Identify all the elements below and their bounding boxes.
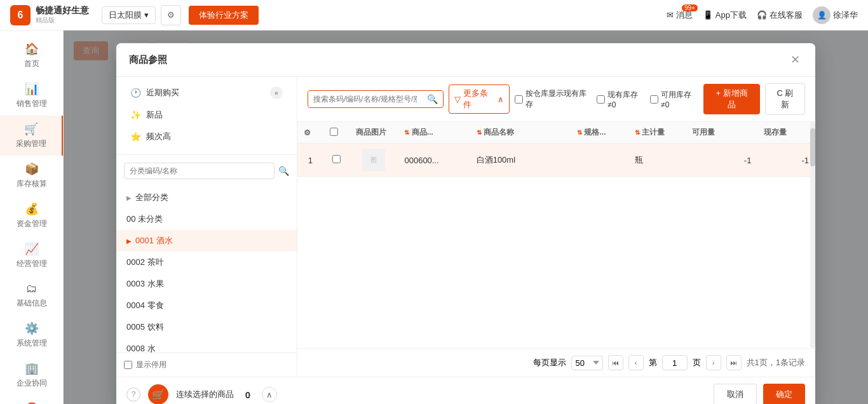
col-header-spec[interactable]: ⇅ 规格...	[571, 122, 628, 144]
home-icon: 🏠	[25, 42, 39, 56]
system-icon: ⚙️	[25, 321, 39, 335]
product-table-container: ⚙ 商品图片 ⇅ 商品...	[297, 122, 815, 348]
positive-stock-label[interactable]: 现有库存≠0	[597, 90, 645, 109]
sidebar-item-system[interactable]: ⚙️ 系统管理	[0, 315, 63, 355]
tab-frequent[interactable]: ⭐ 频次高	[124, 126, 289, 147]
row-unit: 瓶	[628, 144, 686, 177]
confirm-button[interactable]: 确定	[763, 384, 805, 404]
page-next-button[interactable]: ›	[706, 355, 721, 370]
sidebar-label-inventory: 库存核算	[17, 178, 47, 189]
col-header-stock: 现存量	[757, 122, 815, 144]
row-avail: -1	[686, 144, 757, 177]
select-all-checkbox[interactable]	[330, 128, 338, 136]
sidebar-label-system: 系统管理	[17, 338, 47, 349]
cat-0004[interactable]: 0004 零食	[116, 295, 297, 316]
tab-new-products[interactable]: ✨ 新品	[124, 105, 289, 125]
sort-icon-spec: ⇅	[577, 129, 582, 136]
sidebar-item-operations[interactable]: 📈 经营管理	[0, 236, 63, 276]
page-prev-button[interactable]: ‹	[628, 355, 644, 370]
positive-stock-checkbox[interactable]	[597, 95, 605, 104]
quick-tabs: 🕐 近期购买 « ✨ 新品 ⭐ 频次高	[116, 77, 297, 152]
product-search-button[interactable]: 🔍	[422, 91, 443, 107]
category-search-input[interactable]	[124, 163, 275, 179]
cat-0002[interactable]: 0002 茶叶	[116, 252, 297, 273]
page-last-button[interactable]: ⏭	[726, 355, 742, 370]
scrollbar-track[interactable]	[810, 122, 815, 348]
app-download-button[interactable]: 📱 App下载	[703, 10, 747, 21]
per-page-select[interactable]: 50 100 200	[571, 356, 603, 370]
app-label: App下载	[715, 10, 747, 21]
store-selector[interactable]: 日太阳膜 ▾	[102, 6, 156, 24]
star-icon: ⭐	[130, 131, 141, 142]
page-input[interactable]	[662, 355, 688, 370]
selected-count: 0	[241, 389, 254, 400]
warehouse-filter-label[interactable]: 按仓库显示现有库存	[515, 88, 592, 110]
warehouse-filter-checkbox[interactable]	[515, 95, 523, 104]
cart-button[interactable]: 🛒	[148, 384, 168, 404]
cat-0008[interactable]: 0008 水	[116, 338, 297, 353]
col-header-name[interactable]: ⇅ 商品名称	[470, 122, 571, 144]
row-checkbox[interactable]	[332, 155, 341, 163]
cat-0003-label: 0003 水果	[126, 278, 164, 290]
table-row[interactable]: 1 图 000600... 白酒100ml	[297, 144, 815, 177]
layout: 🏠 首页 📊 销售管理 🛒 采购管理 📦 库存核算 💰 资金管理 📈 经营管理 …	[0, 30, 868, 404]
top-nav: 6 畅捷通好生意 精品版 日太阳膜 ▾ ⚙ 体验行业方案 ✉ 消息 99+ 📱 …	[0, 0, 868, 30]
show-disabled-label[interactable]: 显示停用	[136, 360, 166, 370]
cat-all[interactable]: ▶ 全部分类	[116, 187, 297, 208]
cancel-button[interactable]: 取消	[714, 384, 757, 404]
product-table: ⚙ 商品图片 ⇅ 商品...	[297, 122, 815, 177]
col-header-avail: 可用量	[686, 122, 757, 144]
messages-button[interactable]: ✉ 消息 99+	[667, 10, 693, 21]
divider	[116, 154, 297, 155]
sidebar-item-guide[interactable]: 🎯 新手引导	[0, 395, 63, 404]
trial-button[interactable]: 体验行业方案	[189, 6, 259, 25]
add-product-button[interactable]: + 新增商品	[703, 84, 759, 114]
logo-sub: 精品版	[36, 16, 89, 25]
cat-0008-label: 0008 水	[126, 343, 156, 353]
scrollbar-thumb[interactable]	[810, 128, 815, 166]
avail-stock-text: 可用库存≠0	[661, 90, 698, 109]
settings-button[interactable]: ⚙	[161, 5, 181, 25]
sidebar-item-purchase[interactable]: 🛒 采购管理	[0, 116, 63, 156]
headset-icon: 🎧	[757, 10, 767, 20]
sidebar-item-home[interactable]: 🏠 首页	[0, 36, 63, 76]
sidebar-item-sales[interactable]: 📊 销售管理	[0, 76, 63, 116]
cat-0001[interactable]: ▶ 0001 酒水	[116, 230, 297, 252]
collapse-button[interactable]: «	[270, 86, 283, 99]
help-button[interactable]: ?	[126, 387, 140, 401]
more-filters-button[interactable]: ▽ 更多条件 ∧	[449, 84, 510, 114]
page-label: 第	[649, 357, 657, 368]
avail-stock-label[interactable]: 可用库存≠0	[650, 90, 698, 109]
sidebar-item-enterprise[interactable]: 🏢 企业协同	[0, 355, 63, 395]
col-header-code[interactable]: ⇅ 商品...	[398, 122, 470, 144]
row-no: 1	[297, 144, 323, 177]
sidebar-label-basic-info: 基础信息	[17, 298, 47, 309]
row-checkbox-cell	[323, 144, 349, 177]
user-menu[interactable]: 👤 徐泽华	[813, 6, 858, 24]
total-info: 共1页，1条记录	[747, 357, 805, 368]
show-disabled-checkbox[interactable]	[124, 361, 132, 369]
product-search-input[interactable]	[308, 91, 422, 107]
modal-overlay: 商品参照 ✕ 🕐 近期购买 «	[64, 30, 868, 404]
sidebar-label-operations: 经营管理	[17, 259, 47, 269]
modal-close-button[interactable]: ✕	[787, 52, 803, 67]
sidebar-item-basic-info[interactable]: 🗂 基础信息	[0, 276, 63, 315]
messages-badge: 99+	[682, 4, 698, 11]
cat-0002-label: 0002 茶叶	[126, 257, 164, 268]
avail-stock-checkbox[interactable]	[650, 95, 658, 104]
online-service-button[interactable]: 🎧 在线客服	[757, 10, 803, 21]
sidebar-item-finance[interactable]: 💰 资金管理	[0, 196, 63, 236]
category-search-icon[interactable]: 🔍	[278, 166, 289, 176]
collapse-footer-button[interactable]: ∧	[262, 387, 277, 402]
refresh-button[interactable]: C 刷新	[765, 83, 805, 115]
col-header-unit[interactable]: ⇅ 主计量	[628, 122, 686, 144]
page-first-button[interactable]: ⏮	[608, 355, 623, 370]
tab-recent-purchase[interactable]: 🕐 近期购买 «	[124, 82, 289, 104]
cat-0005[interactable]: 0005 饮料	[116, 316, 297, 338]
row-name: 白酒100ml	[470, 144, 571, 177]
cat-0003[interactable]: 0003 水果	[116, 273, 297, 295]
cat-0001-label: 0001 酒水	[135, 235, 173, 246]
cat-00[interactable]: 00 未分类	[116, 208, 297, 230]
tab-new-label: 新品	[146, 109, 163, 121]
sidebar-item-inventory[interactable]: 📦 库存核算	[0, 156, 63, 196]
